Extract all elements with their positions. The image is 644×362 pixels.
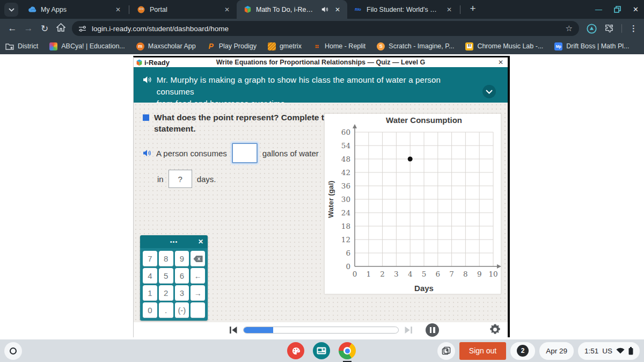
bookmark-replit[interactable]: ⠶ Home - Replit xyxy=(313,42,365,50)
address-bar[interactable]: login.i-ready.com/student/dashboard/home… xyxy=(72,21,579,36)
settings-button[interactable] xyxy=(489,323,501,338)
tab-label: Filo Student: World's Only Live xyxy=(367,6,441,13)
numpad-keys: 7 8 9 4 5 6 ← 1 2 3 → 0 xyxy=(140,248,208,321)
bookmark-gmetrix[interactable]: gmetrix xyxy=(268,42,302,50)
numpad-key-arrow-left[interactable]: ← xyxy=(191,268,205,284)
tab-search-button[interactable] xyxy=(4,3,18,17)
browser-menu-button[interactable]: ⋮ xyxy=(630,24,638,33)
screen-capture-button[interactable] xyxy=(437,342,455,360)
tab-close-icon[interactable]: ✕ xyxy=(114,5,122,14)
bookmark-district[interactable]: District xyxy=(5,42,38,50)
close-window-button[interactable]: ✕ xyxy=(633,5,639,13)
numpad-key-decimal[interactable]: . xyxy=(159,302,173,318)
restore-window-button[interactable] xyxy=(614,6,621,13)
skip-back-button[interactable] xyxy=(229,326,238,334)
sign-out-button[interactable]: Sign out xyxy=(459,342,506,360)
svg-text:Days: Days xyxy=(414,284,434,293)
tab-my-apps[interactable]: My Apps ✕ xyxy=(21,0,128,19)
tab-math-to-do-iready[interactable]: Math To Do, i-Ready ✕ xyxy=(237,0,347,19)
question-text: What does the point represent? Complete … xyxy=(154,112,334,134)
numpad-menu-icon[interactable]: ••• xyxy=(170,238,178,245)
launcher-button[interactable] xyxy=(4,342,22,360)
numpad-close-button[interactable]: ✕ xyxy=(198,238,204,245)
notification-pill[interactable]: 2 xyxy=(510,342,535,360)
audio-progress-bar[interactable] xyxy=(243,327,399,334)
chrome-app-button[interactable] xyxy=(339,342,356,359)
answer-unit-label: gallons of water xyxy=(262,149,319,158)
launcher-icon xyxy=(10,347,17,354)
card-app-button[interactable] xyxy=(313,342,330,359)
svg-text:12: 12 xyxy=(341,235,350,244)
numpad-key-2[interactable]: 2 xyxy=(159,285,173,301)
tab-close-icon[interactable]: ✕ xyxy=(223,5,231,14)
backspace-icon xyxy=(193,256,203,262)
status-tray[interactable]: 1:51 US xyxy=(578,342,640,360)
forward-button[interactable]: → xyxy=(20,23,36,34)
quiz-close-button[interactable]: ✕ xyxy=(498,59,503,66)
numpad-key-0[interactable]: 0 xyxy=(143,302,157,318)
numpad-key-arrow-right[interactable]: → xyxy=(191,285,205,301)
answer-suffix-label: days. xyxy=(197,175,216,184)
numpad: ••• ✕ 7 8 9 4 5 6 ← 1 xyxy=(140,235,208,321)
numpad-header[interactable]: ••• ✕ xyxy=(140,235,208,248)
window-controls: — ✕ xyxy=(595,0,639,19)
quiz-title: Write Equations for Proportional Relatio… xyxy=(134,59,508,66)
audio-player-bar xyxy=(134,322,508,337)
svg-text:48: 48 xyxy=(341,155,350,163)
speaker-icon[interactable] xyxy=(143,149,151,157)
date-label: Apr 29 xyxy=(546,347,567,355)
screen: My Apps ✕ Portal ✕ Math To Do, i-Ready ✕… xyxy=(0,0,644,362)
numpad-key-7[interactable]: 7 xyxy=(143,251,157,266)
numpad-key-5[interactable]: 5 xyxy=(159,268,173,284)
shelf-status-area: Sign out 2 Apr 29 1:51 US xyxy=(437,342,640,360)
svg-text:4: 4 xyxy=(408,270,413,278)
tab-divider xyxy=(460,5,460,14)
bookmark-scratch[interactable]: S Scratch - Imagine, P... xyxy=(377,42,454,50)
site-settings-icon[interactable] xyxy=(78,25,86,32)
reload-button[interactable]: ↻ xyxy=(36,23,53,34)
bookmark-star-icon[interactable]: ☆ xyxy=(566,24,573,33)
skip-forward-button[interactable] xyxy=(404,326,413,334)
tab-audio-icon[interactable] xyxy=(320,5,329,14)
numpad-key-blank[interactable] xyxy=(191,302,205,318)
gallons-input[interactable] xyxy=(232,143,258,163)
numpad-key-1[interactable]: 1 xyxy=(143,285,157,301)
bookmark-label: Chrome Music Lab -... xyxy=(477,42,543,50)
svg-text:54: 54 xyxy=(341,141,350,150)
svg-text:42: 42 xyxy=(341,168,350,177)
numpad-key-backspace[interactable] xyxy=(191,251,205,266)
numpad-key-4[interactable]: 4 xyxy=(143,268,157,284)
minimize-button[interactable]: — xyxy=(595,5,602,13)
tab-label: My Apps xyxy=(41,6,109,13)
date-pill[interactable]: Apr 29 xyxy=(539,342,574,360)
numpad-key-3[interactable]: 3 xyxy=(175,285,189,301)
bookmark-maxscholar[interactable]: m Maxscholar App xyxy=(136,42,196,50)
bookmark-drift-boss[interactable]: Mp Drift Boss | Math Pl... xyxy=(554,42,629,50)
numpad-key-9[interactable]: 9 xyxy=(175,251,189,266)
banner-collapse-button[interactable] xyxy=(482,85,496,98)
tab-filo-student[interactable]: filo Filo Student: World's Only Live ✕ xyxy=(347,0,459,19)
days-input[interactable] xyxy=(169,170,192,188)
battery-icon xyxy=(628,347,633,355)
back-button[interactable]: ← xyxy=(4,23,20,34)
tab-close-icon[interactable]: ✕ xyxy=(445,5,453,14)
new-tab-button[interactable]: + xyxy=(466,2,480,16)
url-text[interactable]: login.i-ready.com/student/dashboard/home xyxy=(92,25,560,33)
speaker-icon[interactable] xyxy=(143,75,152,84)
tab-portal[interactable]: Portal ✕ xyxy=(130,0,237,19)
bookmark-chrome-music-lab[interactable]: Chrome Music Lab -... xyxy=(465,42,543,50)
bookmark-abcya[interactable]: ABCya! | Education... xyxy=(49,42,125,50)
pause-button[interactable] xyxy=(426,323,439,337)
numpad-key-6[interactable]: 6 xyxy=(175,268,189,284)
home-button[interactable] xyxy=(53,23,69,34)
tab-close-icon[interactable]: ✕ xyxy=(333,5,342,14)
chromeos-shelf: Sign out 2 Apr 29 1:51 US xyxy=(0,339,644,362)
extension-badge-icon[interactable] xyxy=(587,24,597,34)
bookmark-play-prodigy[interactable]: P Play Prodigy xyxy=(207,42,257,50)
numpad-key-negative[interactable]: (-) xyxy=(175,302,189,318)
water-chart: 06121824303642485460012345678910Water Co… xyxy=(325,114,502,295)
numpad-key-8[interactable]: 8 xyxy=(159,251,173,266)
canvas-app-button[interactable] xyxy=(287,342,304,359)
extensions-puzzle-icon[interactable] xyxy=(604,24,614,33)
svg-text:Water (gal): Water (gal) xyxy=(327,180,335,218)
